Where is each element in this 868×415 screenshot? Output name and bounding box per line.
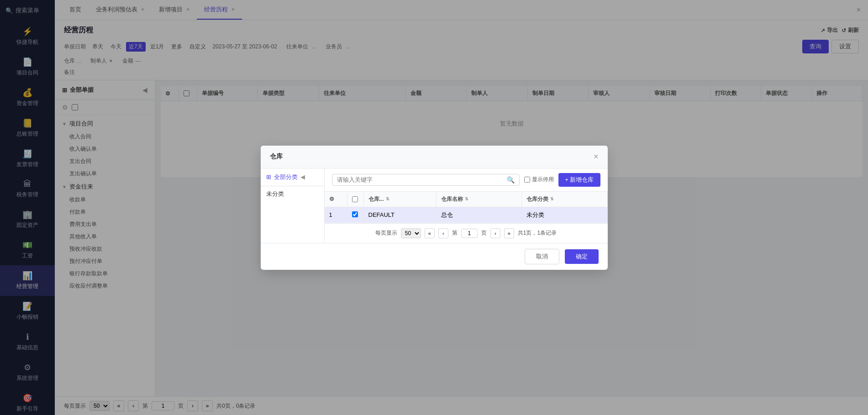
warehouse-select-all[interactable] <box>352 196 358 202</box>
warehouse-row-code: DEFAULT <box>364 208 437 222</box>
modal-body: ⊞ 全部分类 ◀ 未分类 🔍 显示停用 <box>261 168 608 243</box>
modal-close-btn[interactable]: × <box>594 152 599 162</box>
warehouse-row-category: 未分类 <box>522 207 607 223</box>
modal-header: 仓库 × <box>261 146 608 168</box>
sort-icon-name: ⇅ <box>465 197 468 201</box>
warehouse-modal: 仓库 × ⊞ 全部分类 ◀ 未分类 <box>261 146 608 270</box>
warehouse-row-1[interactable]: 1 DEFAULT 总仓 未分类 <box>325 207 608 223</box>
warehouse-th-code-label: 仓库... <box>368 195 384 203</box>
show-disabled-checkbox[interactable] <box>524 177 530 183</box>
modal-prev-page-btn[interactable]: ‹ <box>438 228 448 238</box>
warehouse-search-box[interactable]: 🔍 <box>332 174 520 186</box>
modal-page-num-input[interactable] <box>461 229 478 238</box>
warehouse-row-name: 总仓 <box>437 207 522 223</box>
warehouse-th-category[interactable]: 仓库分类 ⇅ <box>522 192 607 207</box>
modal-left-panel: ⊞ 全部分类 ◀ 未分类 <box>261 168 325 243</box>
warehouse-th-checkbox <box>347 193 364 206</box>
modal-page-label: 第 <box>452 229 458 237</box>
modal-title: 仓库 <box>270 152 283 161</box>
warehouse-th-code[interactable]: 仓库... ⇅ <box>364 192 437 207</box>
grid-icon-modal: ⊞ <box>266 173 271 180</box>
warehouse-row-1-checkbox[interactable] <box>352 211 358 217</box>
modal-per-page-select[interactable]: 50 <box>401 228 421 238</box>
modal-left-header[interactable]: ⊞ 全部分类 ◀ <box>261 168 324 186</box>
warehouse-th-name[interactable]: 仓库名称 ⇅ <box>437 192 522 207</box>
modal-unclassified-label: 未分类 <box>266 190 284 197</box>
sort-icon-category: ⇅ <box>550 197 554 201</box>
warehouse-th-category-label: 仓库分类 <box>526 195 548 203</box>
modal-next-page-btn[interactable]: › <box>490 228 500 238</box>
modal-category-unclassified[interactable]: 未分类 <box>261 186 324 202</box>
warehouse-table-header: ⚙ 仓库... ⇅ 仓库名称 ⇅ 仓库分类 <box>325 192 608 207</box>
warehouse-row-seq: 1 <box>325 208 347 222</box>
show-disabled-label: 显示停用 <box>532 176 554 184</box>
modal-left-collapse-icon[interactable]: ◀ <box>300 173 305 180</box>
modal-overlay[interactable]: 仓库 × ⊞ 全部分类 ◀ 未分类 <box>0 0 868 415</box>
modal-page-suffix: 页 <box>481 229 487 237</box>
search-icon-modal: 🔍 <box>507 176 515 184</box>
modal-cancel-btn[interactable]: 取消 <box>525 249 559 264</box>
warehouse-row-checkbox[interactable] <box>347 208 364 222</box>
modal-right-panel: 🔍 显示停用 + 新增仓库 ⚙ <box>325 168 608 243</box>
modal-first-page-btn[interactable]: « <box>425 228 435 238</box>
warehouse-table: ⚙ 仓库... ⇅ 仓库名称 ⇅ 仓库分类 <box>325 192 608 223</box>
modal-footer: 取消 确定 <box>261 243 608 270</box>
modal-pagination: 每页显示 50 « ‹ 第 页 › » 共1页，1条记录 <box>325 223 608 243</box>
modal-last-page-btn[interactable]: » <box>504 228 514 238</box>
sort-icon-code: ⇅ <box>386 197 389 201</box>
modal-confirm-btn[interactable]: 确定 <box>565 249 599 264</box>
add-warehouse-btn[interactable]: + 新增仓库 <box>558 173 600 187</box>
warehouse-th-gear: ⚙ <box>325 192 347 206</box>
modal-total-info: 共1页，1条记录 <box>518 229 557 237</box>
modal-per-page-label: 每页显示 <box>375 229 397 237</box>
warehouse-th-name-label: 仓库名称 <box>441 195 463 203</box>
modal-all-label: 全部分类 <box>274 173 298 181</box>
warehouse-search-input[interactable] <box>337 176 505 183</box>
modal-toolbar: 🔍 显示停用 + 新增仓库 <box>325 168 608 192</box>
show-disabled-group: 显示停用 <box>524 176 554 184</box>
